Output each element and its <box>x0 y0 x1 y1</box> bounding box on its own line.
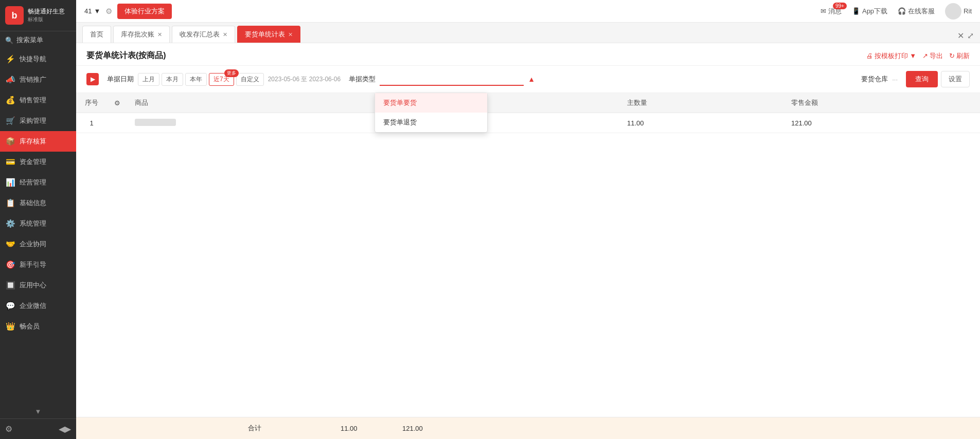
operations-icon: 📊 <box>5 178 15 187</box>
type-filter-arrow[interactable]: ▲ <box>528 75 535 83</box>
dropdown-item-order[interactable]: 要货单要货 <box>375 93 487 113</box>
tab-home-label: 首页 <box>90 30 103 39</box>
settings-footer-icon[interactable]: ⚙ <box>5 424 12 434</box>
tabbar: 首页 库存批次账 ✕ 收发存汇总表 ✕ 要货单统计表 ✕ ✕ ⤢ <box>76 23 980 43</box>
tab-order-stats[interactable]: 要货单统计表 ✕ <box>237 26 300 43</box>
sidebar-item-quick-nav[interactable]: ⚡ 快捷导航 <box>0 49 76 69</box>
sidebar-item-wechat[interactable]: 💬 企业微信 <box>0 296 76 316</box>
sidebar-item-enterprise[interactable]: 🤝 企业协同 <box>0 234 76 254</box>
date-btn-up[interactable]: 上月 <box>138 73 159 86</box>
sidebar-item-label: 库存核算 <box>20 137 46 146</box>
topbar-gear-icon[interactable]: ⚙ <box>105 7 112 16</box>
sidebar-item-label: 新手引导 <box>20 260 46 269</box>
collapse-sidebar-icon[interactable]: ◀▶ <box>59 424 71 434</box>
sidebar-item-member[interactable]: 👑 畅会员 <box>0 316 76 337</box>
date-filter-group: 单据日期 上月 本月 本年 近7天 更多 自定义 2023-05-06 至 20… <box>107 73 341 86</box>
date-btn-current[interactable]: 本月 <box>162 73 183 86</box>
tab-receive-summary[interactable]: 收发存汇总表 ✕ <box>172 26 235 43</box>
table-header-row: 序号 ⚙ 商品 主计量单位 主数量 零售金额 <box>76 93 980 113</box>
query-button[interactable]: 查询 <box>906 71 938 87</box>
sidebar-item-operations[interactable]: 📊 经营管理 <box>0 172 76 193</box>
app-download-button[interactable]: 📱 App下载 <box>852 7 887 16</box>
sidebar-item-finance[interactable]: 💳 资金管理 <box>0 152 76 172</box>
tab-inventory-batch[interactable]: 库存批次账 ✕ <box>113 26 170 43</box>
table-wrapper: 序号 ⚙ 商品 主计量单位 主数量 零售金额 1 <box>76 93 980 417</box>
sidebar-item-guide[interactable]: 🎯 新手引导 <box>0 254 76 275</box>
dropdown-item-return[interactable]: 要货单退货 <box>375 113 487 132</box>
page-header: 要货单统计表(按商品) 🖨 按模板打印 ▼ ↗ 导出 ↻ 刷新 <box>76 43 980 66</box>
guide-icon: 🎯 <box>5 260 15 269</box>
sidebar-logo: b 畅捷通好生意 标准版 <box>0 0 76 31</box>
export-button[interactable]: ↗ 导出 <box>922 51 943 61</box>
col-product: 商品 <box>128 93 392 113</box>
user-name: Rit <box>964 7 972 15</box>
date-btn-7days[interactable]: 近7天 更多 <box>209 73 234 86</box>
main-table: 序号 ⚙ 商品 主计量单位 主数量 零售金额 1 <box>76 93 980 133</box>
online-service-label: 在线客服 <box>908 7 935 16</box>
sidebar-footer: ⚙ ◀▶ <box>0 418 76 439</box>
sidebar-item-marketing[interactable]: 📣 营销推广 <box>0 69 76 90</box>
sidebar-item-system[interactable]: ⚙️ 系统管理 <box>0 213 76 234</box>
sidebar-item-sales[interactable]: 💰 销售管理 <box>0 90 76 111</box>
table-row: 1 块 11.00 121.00 <box>76 113 980 133</box>
col-qty: 主数量 <box>620 93 784 113</box>
store-selector[interactable]: 41 ▼ <box>84 7 100 15</box>
logo-icon: b <box>5 6 24 25</box>
purchase-icon: 🛒 <box>5 116 15 125</box>
user-avatar <box>945 3 961 20</box>
search-menu-label: 搜索菜单 <box>16 35 43 45</box>
more-badge: 更多 <box>224 69 239 77</box>
trial-industry-button[interactable]: 体验行业方案 <box>117 4 172 19</box>
sidebar-item-inventory[interactable]: 📦 库存核算 <box>0 131 76 152</box>
message-badge: 99+ <box>833 3 847 9</box>
tab-home[interactable]: 首页 <box>82 26 111 43</box>
footer-qty: 11.00 <box>310 425 392 432</box>
export-label: 导出 <box>930 51 943 61</box>
expand-tab-button[interactable]: ⤢ <box>967 31 974 41</box>
sidebar-scroll-down[interactable]: ▼ <box>0 405 76 418</box>
sidebar-item-label: 畅会员 <box>20 322 40 331</box>
col-amount: 零售金额 <box>784 93 980 113</box>
settings-button[interactable]: 设置 <box>941 71 970 87</box>
sidebar-item-label: 采购管理 <box>20 116 46 125</box>
refresh-button[interactable]: ↻ 刷新 <box>949 51 970 61</box>
tab-receive-summary-close[interactable]: ✕ <box>223 31 227 38</box>
row-settings <box>107 113 128 133</box>
tab-order-stats-close[interactable]: ✕ <box>288 31 293 38</box>
messages-button[interactable]: ✉ 消息 99+ <box>821 7 842 16</box>
filter-expand-button[interactable]: ▶ <box>86 73 99 85</box>
column-settings-icon[interactable]: ⚙ <box>114 99 120 107</box>
sidebar-item-label: 销售管理 <box>20 96 46 105</box>
type-filter-input[interactable] <box>380 73 524 86</box>
wechat-icon: 💬 <box>5 301 15 310</box>
date-filter-label: 单据日期 <box>107 75 134 84</box>
date-btn-year[interactable]: 本年 <box>185 73 207 86</box>
online-service-button[interactable]: 🎧 在线客服 <box>898 7 935 16</box>
sidebar: b 畅捷通好生意 标准版 🔍 搜索菜单 ⚡ 快捷导航 📣 营销推广 💰 销售管理… <box>0 0 76 439</box>
app-download-label: App下载 <box>862 7 887 16</box>
warehouse-filter-label: 要货仓库 <box>861 75 888 84</box>
topbar-left: 41 ▼ ⚙ 体验行业方案 <box>84 4 172 19</box>
app-version: 标准版 <box>28 16 65 23</box>
tab-receive-summary-label: 收发存汇总表 <box>180 30 220 39</box>
tab-inventory-batch-close[interactable]: ✕ <box>157 31 162 38</box>
close-all-tabs-button[interactable]: ✕ <box>957 31 964 41</box>
sidebar-item-purchase[interactable]: 🛒 采购管理 <box>0 111 76 131</box>
sidebar-item-app-center[interactable]: 🔲 应用中心 <box>0 275 76 296</box>
col-settings[interactable]: ⚙ <box>107 93 128 113</box>
warehouse-filter-group: 要货仓库 ··· <box>861 75 898 84</box>
date-btn-custom[interactable]: 自定义 <box>236 73 264 86</box>
user-profile[interactable]: Rit <box>945 3 972 20</box>
print-dropdown-icon: ▼ <box>910 52 916 60</box>
logo-text-block: 畅捷通好生意 标准版 <box>28 8 65 23</box>
sidebar-item-basic-info[interactable]: 📋 基础信息 <box>0 193 76 213</box>
inventory-icon: 📦 <box>5 137 15 146</box>
warehouse-more-icon[interactable]: ··· <box>892 76 898 83</box>
marketing-icon: 📣 <box>5 75 15 84</box>
print-button[interactable]: 🖨 按模板打印 ▼ <box>866 51 916 61</box>
enterprise-icon: 🤝 <box>5 240 15 249</box>
search-menu-item[interactable]: 🔍 搜索菜单 <box>0 31 76 49</box>
filter-bar: ▶ 单据日期 上月 本月 本年 近7天 更多 自定义 2023-05-06 至 … <box>76 66 980 93</box>
type-dropdown: 要货单要货 要货单退货 <box>375 93 488 133</box>
print-icon: 🖨 <box>866 52 873 60</box>
